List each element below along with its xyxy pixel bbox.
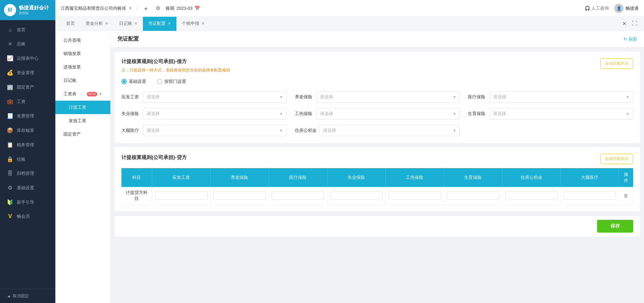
delete-row-btn[interactable]: 🗑 (624, 193, 628, 198)
sidebar-item-wages[interactable]: 💼 工资 (0, 94, 55, 109)
sidebar-item-close[interactable]: 🔒 结账 (0, 152, 55, 166)
sidebar-item-stock[interactable]: 📦 库存核算 (0, 123, 55, 138)
tab-voucher-close[interactable]: ✕ (168, 21, 171, 26)
select-sybx2-placeholder: 请选择 (493, 111, 506, 117)
input-sybx[interactable] (330, 192, 383, 200)
input-gsbx[interactable] (388, 192, 441, 200)
debit-section: 计提核算规则(公司承担)-借方 注：只能选择一种方式，系统将按照您当前的选择来配… (115, 52, 640, 143)
left-nav-public[interactable]: 公共选项 (55, 34, 110, 47)
select-yfgz[interactable]: 请选择 ▼ (143, 91, 287, 103)
tab-journal[interactable]: 日记账 ✕ (114, 17, 143, 31)
select-dely[interactable]: 请选择 ▼ (143, 125, 287, 136)
sidebar-item-invoice[interactable]: 🧾 发票管理 (0, 109, 55, 123)
select-yfgz-placeholder: 请选择 (147, 94, 160, 100)
label-ylbx2: 医疗保险 (468, 94, 487, 100)
sidebar-item-tax[interactable]: 📋 税务管理 (0, 138, 55, 152)
member-icon: V (7, 213, 13, 219)
tab-fund-label: 资金分析 (86, 20, 103, 27)
page-title: 凭证配置 (117, 36, 139, 43)
radio-basic[interactable]: 基础设置 (121, 79, 146, 85)
user-name: 畅捷通 (626, 5, 639, 11)
left-nav-purchase-label: 进项发票 (63, 64, 81, 69)
sidebar-item-home[interactable]: ⌂ 首页 (0, 23, 55, 37)
sidebar-item-archive[interactable]: 🗄 归档管理 (0, 166, 55, 181)
sidebar-label-stock: 库存核算 (17, 128, 34, 134)
tab-home[interactable]: 首页 (61, 17, 80, 31)
select-ylbx2-placeholder: 请选择 (493, 94, 506, 100)
ledger-icon: ≡ (7, 41, 13, 47)
new-badge: NEW (87, 92, 97, 96)
sidebar-item-guide[interactable]: 🔰 新手引导 (0, 195, 55, 209)
sidebar-item-ledger[interactable]: ≡ 总账 (0, 37, 55, 51)
select-ylbx[interactable]: 请选择 ▼ (316, 91, 460, 103)
cell-yfgz (152, 187, 210, 205)
field-yfgz: 应发工资 请选择 ▼ (121, 91, 287, 103)
close-nav-icon: 🔒 (7, 156, 13, 162)
left-nav-fixed-assets[interactable]: 固定资产 (55, 128, 110, 141)
add-company-btn[interactable]: ＋ (142, 3, 150, 14)
sidebar-item-fund[interactable]: 💰 资金管理 (0, 65, 55, 80)
tab-tax[interactable]: 个税申报 ✕ (176, 17, 210, 31)
input-ylbx2[interactable] (272, 192, 324, 200)
radio-dept[interactable]: 按部门设置 (157, 79, 186, 85)
chevron-down-gsbx: ▼ (452, 112, 456, 116)
input-sybx2[interactable] (447, 192, 499, 200)
chevron-down-sybx: ▼ (279, 112, 283, 116)
tab-close-btn[interactable]: ✕ (621, 19, 628, 28)
page-main-content: 凭证配置 ↻ 刷新 计提核算规则(公司承担)-借方 注：只能选择一种方式，系统将… (111, 31, 644, 303)
input-yfgz[interactable] (155, 192, 208, 200)
wages-icon: 💼 (7, 98, 13, 105)
field-sybx: 失业保险 请选择 ▼ (121, 108, 287, 119)
sidebar-unpin-btn[interactable]: ◄ 取消固定 (0, 289, 55, 303)
select-zfgjj[interactable]: 请选择 ▼ (319, 125, 460, 136)
company-selector[interactable]: 江西服宝精品有限责任公司内账张 ▼ (61, 5, 132, 11)
sidebar-label-close: 结账 (17, 156, 25, 162)
tab-fund-close[interactable]: ✕ (105, 21, 108, 26)
debit-section-title: 计提核算规则(公司承担)-借方 (121, 58, 230, 65)
select-sybx[interactable]: 请选择 ▼ (143, 108, 287, 119)
cell-gsbx (385, 187, 444, 205)
save-btn[interactable]: 保存 (597, 220, 633, 233)
tab-tax-close[interactable]: ✕ (201, 21, 205, 26)
left-nav-journal[interactable]: 日记账 (55, 74, 110, 87)
refresh-btn[interactable]: ↻ 刷新 (624, 36, 637, 42)
input-dely[interactable] (564, 192, 616, 200)
left-nav-purchase[interactable]: 进项发票 (55, 60, 110, 74)
label-gsbx: 工伤保险 (295, 111, 314, 117)
col-zfgjj: 住房公积金 (502, 168, 560, 187)
cell-action: 🗑 (619, 187, 633, 205)
tab-maximize-btn[interactable]: ⛶ (631, 19, 639, 28)
sidebar-item-assets[interactable]: 🏢 固定资产 (0, 80, 55, 94)
debit-auto-match-btn[interactable]: 自动匹配科目 (600, 58, 633, 69)
tab-fund[interactable]: 资金分析 ✕ (80, 17, 114, 31)
sidebar-label-member: 畅会员 (17, 213, 30, 219)
input-zfgjj[interactable] (505, 192, 558, 200)
service-btn[interactable]: 🎧 人工咨询 (585, 5, 609, 11)
sidebar-item-member[interactable]: V 畅会员 (0, 209, 55, 223)
row-label-text: 计提贷方科目 (126, 190, 148, 201)
sidebar-item-settings[interactable]: ⚙ 基础设置 (0, 181, 55, 195)
left-nav-public-label: 公共选项 (63, 38, 81, 43)
sidebar-label-invoice: 发票管理 (17, 113, 34, 119)
left-nav-wage-table[interactable]: 工资表 NEW ▼ (55, 87, 110, 101)
tab-voucher[interactable]: 凭证配置 ✕ (143, 17, 176, 31)
select-ylbx2[interactable]: 请选择 ▼ (489, 91, 633, 103)
sidebar-label-guide: 新手引导 (17, 199, 34, 205)
avatar-icon: 👤 (616, 6, 622, 11)
select-gsbx[interactable]: 请选择 ▼ (316, 108, 460, 119)
select-sybx2[interactable]: 请选择 ▼ (489, 108, 633, 119)
chevron-down-wage-icon: ▼ (99, 92, 102, 96)
settings-gear-btn[interactable]: ⚙ (154, 4, 162, 13)
tab-journal-close[interactable]: ✕ (134, 21, 138, 26)
cell-ylbx2 (269, 187, 327, 205)
left-nav-pay-wage[interactable]: 发放工资 (55, 114, 110, 128)
content-area: 公共选项 销项发票 进项发票 日记账 工资表 NEW ▼ 计提工资 (55, 31, 644, 303)
left-nav-sales[interactable]: 销项发票 (55, 47, 110, 60)
calendar-icon[interactable]: 📅 (195, 6, 200, 11)
user-menu[interactable]: 👤 畅捷通 (614, 4, 639, 13)
input-ylbx[interactable] (213, 192, 266, 200)
settings-icon: ⚙ (7, 185, 13, 191)
credit-auto-match-btn[interactable]: 自动匹配科目 (600, 154, 633, 164)
sidebar-item-reports[interactable]: 📈 云报表中心 (0, 51, 55, 65)
left-nav-advance-wage[interactable]: 计提工资 (55, 101, 110, 114)
